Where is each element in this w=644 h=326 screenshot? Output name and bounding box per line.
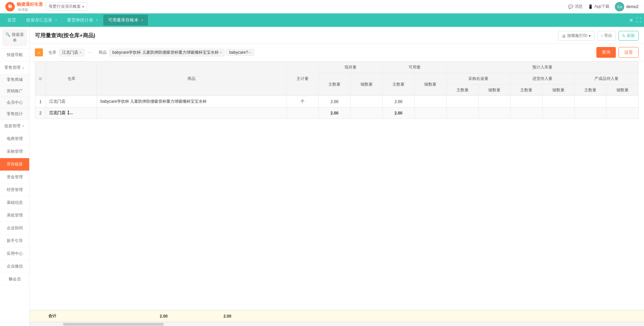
sidebar-item-finance[interactable]: 资金管理: [0, 171, 29, 184]
filter-toggle-btn[interactable]: »: [35, 48, 43, 56]
print-btn[interactable]: 🖨 按模板打印 ▾: [558, 31, 594, 41]
sidebar-item-ecommerce[interactable]: 电商管理: [0, 133, 29, 145]
th-settings: ⚙: [35, 62, 46, 96]
nav-right-icons: ✕ ⛶: [629, 17, 641, 24]
sidebar-item-app-center[interactable]: 应用中心: [0, 247, 29, 260]
top-bar: 畅 畅捷通好生意 标准版 母婴行业演示账套 ▾ 💬 消息 📱 App下载 Ea …: [0, 0, 644, 13]
sidebar-item-inventory[interactable]: 库存核算: [0, 158, 29, 171]
tab-home[interactable]: 首页: [3, 15, 21, 26]
sidebar-item-chang-member[interactable]: 畅会员: [0, 273, 29, 286]
warehouse-tag[interactable]: 江北门店 ×: [59, 49, 85, 56]
refresh-btn[interactable]: ↻ 刷新: [619, 31, 639, 41]
td-stock-main: 2.00: [318, 107, 350, 119]
filter-area: » 仓库 江北门店 × ··· 商品 babycare学饮杯 儿童防摔防撞吸管杯…: [30, 44, 644, 61]
tab-receive-send-summary[interactable]: 收发存汇总表 ×: [21, 15, 62, 26]
td-pur-transit-aux: [478, 107, 510, 119]
store-name: 母婴行业演示账套: [49, 4, 81, 9]
td-product: babycare学饮杯 儿童防摔防撞吸管杯重力球吸嘴杯宝宝水杯: [97, 96, 286, 107]
logo-area: 畅 畅捷通好生意 标准版: [5, 1, 43, 12]
product-tag-1[interactable]: babycare学饮杯 儿童防摔防撞吸管杯重力球吸嘴杯宝宝水杯 ×: [109, 49, 225, 56]
top-bar-left: 畅 畅捷通好生意 标准版 母婴行业演示账套 ▾: [5, 1, 87, 12]
settings-btn[interactable]: 设置: [619, 47, 639, 58]
horizontal-scrollbar[interactable]: [30, 322, 644, 326]
th-stock-main: 主数量: [318, 73, 350, 96]
sidebar-item-basic-info[interactable]: 基础信息: [0, 196, 29, 209]
sidebar-item-marketing[interactable]: 营销推广: [0, 86, 29, 97]
refresh-icon: ↻: [622, 34, 626, 38]
tab-close-icon[interactable]: ×: [96, 18, 98, 22]
search-menu-btn[interactable]: 🔍 搜索菜单: [3, 30, 26, 46]
maximize-icon[interactable]: ⛶: [636, 17, 641, 23]
td-pur-transit-aux: [478, 96, 510, 107]
tab-close-icon[interactable]: ×: [141, 18, 143, 22]
close-window-icon[interactable]: ✕: [629, 17, 633, 24]
scroll-thumb[interactable]: [63, 323, 164, 326]
user-area: Ea demo2: [615, 2, 639, 11]
warehouse-more-icon[interactable]: ···: [86, 49, 93, 55]
avatar: Ea: [615, 2, 624, 11]
app-download-action[interactable]: 📱 App下载: [588, 4, 609, 9]
export-btn[interactable]: ↑ 导出: [597, 31, 616, 41]
sidebar-item-wholesale-mgmt[interactable]: 批发管理 ▼: [0, 120, 29, 133]
sidebar-item-system-mgmt[interactable]: 系统管理: [0, 209, 29, 222]
th-unit: 主计量: [286, 62, 318, 96]
message-icon: 💬: [568, 4, 573, 9]
sidebar-item-enterprise-wechat[interactable]: 企业微信: [0, 260, 29, 273]
table-row: 1 江北门店 babycare学饮杯 儿童防摔防撞吸管杯重力球吸嘴杯宝宝水杯 个…: [35, 96, 639, 107]
gear-icon[interactable]: ⚙: [39, 77, 42, 81]
td-available-aux: [415, 107, 446, 119]
store-selector[interactable]: 母婴行业演示账套 ▾: [46, 2, 87, 11]
message-action[interactable]: 💬 消息: [568, 4, 583, 9]
sidebar-item-retail-mgmt[interactable]: 零售管理 ▲: [0, 61, 29, 74]
tab-requisition-stat[interactable]: 要货单统计表 ×: [62, 15, 103, 26]
product-tag-2[interactable]: babycare?···: [226, 49, 254, 56]
td-available-aux: [415, 96, 446, 107]
th-available-qty: 可用量: [382, 62, 446, 73]
th-available-main: 主数量: [382, 73, 414, 96]
top-bar-right: 💬 消息 📱 App下载 Ea demo2: [568, 2, 639, 11]
td-stock-main: 2.00: [318, 96, 350, 107]
sidebar-item-member-center[interactable]: 会员中心: [0, 97, 29, 108]
tab-close-icon[interactable]: ×: [55, 18, 57, 22]
td-incoming-aux: [542, 107, 574, 119]
app-logo: 畅: [5, 2, 15, 11]
th-finished-aux: 辅数量: [606, 85, 639, 96]
th-warehouse: 仓库: [46, 62, 97, 96]
warehouse-tags: 江北门店 × ···: [59, 49, 93, 56]
td-warehouse: 江北门店: [46, 96, 97, 107]
sidebar-item-purchase-mgmt[interactable]: 采购管理: [0, 145, 29, 158]
td-finished-main: [575, 107, 606, 119]
footer-stock-main: 2.00: [150, 314, 177, 319]
td-finished-main: [575, 96, 606, 107]
th-incoming-pending: 进货待入量: [511, 73, 575, 85]
sidebar-search: 🔍 搜索菜单: [0, 27, 29, 49]
expand-icon: ▼: [22, 124, 25, 128]
sidebar-item-beginner-guide[interactable]: 新手引导: [0, 235, 29, 247]
sidebar-item-quick-nav[interactable]: 快捷导航: [0, 49, 29, 61]
warehouse-label: 仓库: [48, 50, 56, 55]
sidebar-item-enterprise-collab[interactable]: 企业协同: [0, 222, 29, 235]
th-stock-qty: 现存量: [318, 62, 382, 73]
query-btn[interactable]: 查询: [596, 47, 616, 58]
edition-badge: 标准版: [18, 7, 43, 12]
table-header-row-1: ⚙ 仓库 商品 主计量 现存量: [35, 62, 639, 73]
inventory-table: ⚙ 仓库 商品 主计量 现存量: [35, 61, 639, 119]
filter-actions: 查询 设置: [596, 47, 639, 58]
export-icon: ↑: [601, 34, 603, 38]
tag-close-icon[interactable]: ×: [220, 51, 222, 54]
sidebar-item-retail-stat[interactable]: 零售统计: [0, 108, 29, 120]
td-available-main: 2.00: [382, 107, 414, 119]
td-product: [97, 107, 286, 119]
tag-close-icon[interactable]: ×: [79, 51, 82, 54]
sidebar-item-retail-mall[interactable]: 零售商城: [0, 74, 29, 86]
expand-icon: ▲: [22, 66, 25, 69]
product-tags: babycare学饮杯 儿童防摔防撞吸管杯重力球吸嘴杯宝宝水杯 × babyca…: [109, 49, 255, 56]
print-chevron-icon: ▾: [589, 34, 591, 38]
tab-available-inventory[interactable]: 可用量库存账本 ×: [103, 15, 148, 26]
td-unit: 个: [286, 96, 318, 107]
th-finished-main: 主数量: [575, 85, 606, 96]
td-warehouse: 江北门店【...: [46, 107, 97, 119]
printer-icon: 🖨: [562, 34, 566, 38]
th-product: 商品: [97, 62, 286, 96]
sidebar-item-operations[interactable]: 经营管理: [0, 184, 29, 196]
